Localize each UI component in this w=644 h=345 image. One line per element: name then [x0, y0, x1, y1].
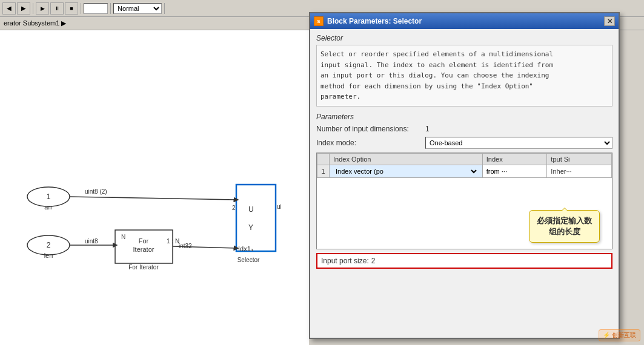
table-cell-index-option[interactable]: Index vector (po: [330, 165, 483, 177]
dialog-title-icon: S: [314, 16, 324, 26]
num-dims-label: Number of input dimensions:: [316, 125, 425, 133]
svg-text:For Iterator: For Iterator: [128, 264, 159, 271]
watermark-text: 创新互联: [612, 332, 636, 338]
svg-text:Selector: Selector: [237, 257, 260, 263]
input-port-size-row: Input port size: 2: [316, 253, 612, 269]
svg-rect-16: [236, 185, 276, 251]
table-header-index: Index: [482, 153, 547, 165]
toolbar-sep-2: [81, 3, 81, 14]
table-cell-tput-si: Inher···: [547, 165, 612, 177]
toolbar-sep-4: [164, 3, 165, 14]
dialog-description-text: Select or reorder specified elements of …: [320, 50, 553, 100]
svg-text:uint8: uint8: [85, 238, 98, 245]
table-header-rownum: [317, 153, 330, 165]
toolbar-btn-forward[interactable]: ▶: [17, 2, 30, 15]
svg-text:int32: int32: [179, 243, 192, 249]
input-port-size-value: 2: [371, 257, 376, 265]
svg-text:uint8 (2): uint8 (2): [85, 188, 107, 195]
toolbar-sep-1: [33, 3, 33, 14]
dialog-close-button[interactable]: ✕: [604, 16, 615, 26]
index-option-select[interactable]: Index vector (po: [333, 167, 479, 176]
table-header-index-option: Index Option: [330, 153, 483, 165]
svg-text:Y: Y: [248, 223, 253, 232]
index-table-area: Index Option Index tput Si 1 Index vecto…: [316, 153, 612, 249]
tooltip-line2: 组的长度: [537, 226, 592, 237]
index-mode-select[interactable]: One-based Zero-based: [425, 137, 612, 149]
watermark-icon: ⚡: [603, 332, 610, 338]
index-mode-row: Index mode: One-based Zero-based: [316, 137, 612, 149]
canvas-area: 1 arr uint8 (2) 2 len uint8 For Iterator…: [0, 30, 309, 345]
dialog-section-label: Selector: [316, 34, 612, 42]
toolbar-sep-3: [110, 3, 111, 14]
num-dims-row: Number of input dimensions: 1: [316, 125, 612, 133]
zoom-input[interactable]: 10.0: [84, 3, 108, 14]
svg-text:For: For: [139, 237, 149, 245]
svg-text:N: N: [121, 234, 125, 240]
svg-text:2: 2: [232, 205, 236, 211]
diagram-svg: 1 arr uint8 (2) 2 len uint8 For Iterator…: [0, 30, 309, 345]
num-dims-value: 1: [425, 125, 430, 133]
svg-text:Iterator: Iterator: [133, 246, 154, 253]
watermark: ⚡ 创新互联: [599, 329, 640, 341]
index-mode-label: Index mode:: [316, 139, 425, 147]
svg-text:1 : N: 1 : N: [167, 238, 179, 245]
dialog-title-text: Block Parameters: Selector: [327, 17, 604, 25]
tput-si-value: Inher···: [551, 168, 571, 175]
input-port-size-label: Input port size:: [321, 257, 369, 265]
index-table: Index Option Index tput Si 1 Index vecto…: [317, 153, 612, 178]
dialog-description: Select or reorder specified elements of …: [316, 45, 612, 107]
dialog-body: Selector Select or reorder specified ele…: [310, 29, 619, 338]
toolbar-btn-play[interactable]: ▶: [36, 2, 49, 15]
table-cell-index[interactable]: from ···: [482, 165, 547, 177]
svg-text:arr: arr: [44, 203, 53, 211]
svg-text:2: 2: [47, 241, 51, 249]
toolbar-btn-back[interactable]: ◀: [2, 2, 16, 15]
table-header-row: Index Option Index tput Si: [317, 153, 612, 165]
svg-text:ui: ui: [277, 203, 282, 210]
params-label: Parameters: [316, 113, 612, 121]
table-row: 1 Index vector (po from ··· Inher···: [317, 165, 612, 177]
mode-select[interactable]: Normal: [113, 3, 162, 14]
dialog-icon-label: S: [317, 19, 320, 24]
svg-text:1: 1: [47, 192, 51, 201]
svg-text:Idx1₁: Idx1₁: [238, 245, 253, 252]
toolbar-btn-stop[interactable]: ■: [65, 2, 78, 15]
toolbar-btn-pause[interactable]: ⏸: [50, 2, 64, 15]
table-cell-rownum: 1: [317, 165, 330, 177]
breadcrumb-text: erator Subsystem1 ▶: [4, 19, 66, 27]
dialog-titlebar: S Block Parameters: Selector ✕: [310, 13, 619, 29]
block-params-dialog: S Block Parameters: Selector ✕ Selector …: [309, 12, 620, 339]
index-from-button[interactable]: from ···: [486, 168, 507, 175]
table-header-tput-si: tput Si: [547, 153, 612, 165]
svg-text:U: U: [248, 205, 254, 214]
svg-text:len: len: [44, 252, 53, 259]
tooltip-line1: 必须指定输入数: [537, 215, 592, 226]
tooltip-bubble: 必须指定输入数 组的长度: [529, 210, 600, 243]
